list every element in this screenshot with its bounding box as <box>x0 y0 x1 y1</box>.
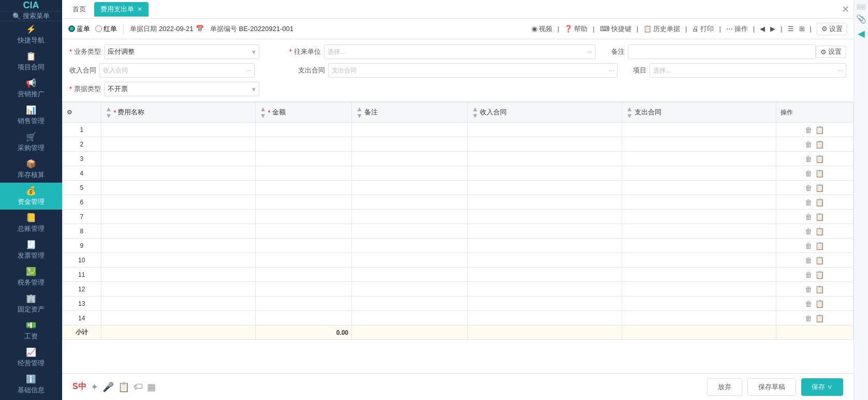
tab-expense[interactable]: 费用支出单 ✕ <box>94 2 149 17</box>
row-10-copy-icon[interactable]: 📋 <box>815 256 824 264</box>
row-4-income[interactable] <box>467 166 622 181</box>
income-contract-input[interactable]: 收入合同 ··· <box>99 63 255 78</box>
row-3-amount[interactable] <box>255 152 351 166</box>
row-12-note[interactable] <box>352 282 468 297</box>
row-6-delete-icon[interactable]: 🗑 <box>805 198 812 206</box>
row-2-amount[interactable] <box>255 137 351 152</box>
row-4-name[interactable] <box>101 166 255 181</box>
tab-home[interactable]: 首页 <box>66 2 92 17</box>
row-11-name[interactable] <box>101 268 255 282</box>
row-4-expense[interactable] <box>622 166 776 181</box>
bottom-icon-clipboard[interactable]: 📋 <box>118 381 129 393</box>
row-1-amount[interactable] <box>255 123 351 137</box>
right-icon-1[interactable]: | <box>857 4 866 10</box>
row-1-note[interactable] <box>352 123 468 137</box>
sidebar-item-marketing[interactable]: 📢营销推广 <box>0 75 62 102</box>
row-6-amount[interactable] <box>255 195 351 210</box>
row-8-expense[interactable] <box>622 224 776 239</box>
row-12-copy-icon[interactable]: 📋 <box>815 285 824 293</box>
row-6-income[interactable] <box>467 195 622 210</box>
sidebar-item-system[interactable]: ⚙️系统管理 <box>0 398 62 400</box>
row-8-amount[interactable] <box>255 224 351 239</box>
row-9-copy-icon[interactable]: 📋 <box>815 242 824 250</box>
expense-dots[interactable]: ··· <box>609 67 614 74</box>
next-action[interactable]: ▶ <box>770 25 775 33</box>
bottom-icon-diamond[interactable]: ✦ <box>91 381 98 393</box>
row-13-name[interactable] <box>101 297 255 311</box>
row-10-expense[interactable] <box>622 253 776 268</box>
row-4-copy-icon[interactable]: 📋 <box>815 169 824 177</box>
row-4-note[interactable] <box>352 166 468 181</box>
row-3-note[interactable] <box>352 152 468 166</box>
row-5-income[interactable] <box>467 181 622 195</box>
row-12-income[interactable] <box>467 282 622 297</box>
row-2-income[interactable] <box>467 137 622 152</box>
row-1-name[interactable] <box>101 123 255 137</box>
print-action[interactable]: 🖨 打印 <box>692 24 714 34</box>
row-6-note[interactable] <box>352 195 468 210</box>
row-2-copy-icon[interactable]: 📋 <box>815 140 824 149</box>
partner-input[interactable]: 选择... ··· <box>324 45 596 59</box>
row-11-amount[interactable] <box>255 268 351 282</box>
row-9-name[interactable] <box>101 239 255 253</box>
sidebar-item-basic-info[interactable]: ℹ️基础信息 <box>0 371 62 398</box>
row-9-note[interactable] <box>352 239 468 253</box>
sidebar-item-business[interactable]: 📈经营管理 <box>0 344 62 371</box>
row-10-amount[interactable] <box>255 253 351 268</box>
row-7-copy-icon[interactable]: 📋 <box>815 213 824 221</box>
sidebar-item-project-contract[interactable]: 📋项目合同 <box>0 48 62 75</box>
row-8-income[interactable] <box>467 224 622 239</box>
partner-dots[interactable]: ··· <box>587 48 592 55</box>
row-13-amount[interactable] <box>255 297 351 311</box>
sidebar-item-quick-nav[interactable]: ⚡快捷导航 <box>0 21 62 48</box>
row-2-note[interactable] <box>352 137 468 152</box>
row-6-expense[interactable] <box>622 195 776 210</box>
row-2-expense[interactable] <box>622 137 776 152</box>
row-11-copy-icon[interactable]: 📋 <box>815 271 824 279</box>
row-4-amount[interactable] <box>255 166 351 181</box>
row-7-expense[interactable] <box>622 210 776 224</box>
row-14-name[interactable] <box>101 311 255 325</box>
row-5-amount[interactable] <box>255 181 351 195</box>
bottom-icon-tag[interactable]: 🏷 <box>134 381 143 392</box>
th-name[interactable]: ▲▼ * 费用名称 <box>101 102 255 123</box>
row-2-name[interactable] <box>101 137 255 152</box>
row-11-income[interactable] <box>467 268 622 282</box>
th-config[interactable]: ⚙ <box>63 102 101 123</box>
row-8-copy-icon[interactable]: 📋 <box>815 227 824 235</box>
row-13-income[interactable] <box>467 297 622 311</box>
expense-contract-input[interactable]: 支出合同 ··· <box>328 63 618 78</box>
row-9-amount[interactable] <box>255 239 351 253</box>
row-1-delete-icon[interactable]: 🗑 <box>805 126 812 134</box>
bottom-icon-mic[interactable]: 🎤 <box>102 381 114 393</box>
discard-button[interactable]: 放弃 <box>707 378 742 396</box>
project-dots[interactable]: ··· <box>837 67 843 74</box>
row-7-income[interactable] <box>467 210 622 224</box>
row-11-delete-icon[interactable]: 🗑 <box>805 271 812 279</box>
video-action[interactable]: ◉ 视频 <box>532 24 552 34</box>
row-7-amount[interactable] <box>255 210 351 224</box>
row-3-expense[interactable] <box>622 152 776 166</box>
row-13-note[interactable] <box>352 297 468 311</box>
row-4-delete-icon[interactable]: 🗑 <box>805 169 812 177</box>
income-dots[interactable]: ··· <box>246 67 251 74</box>
tab-close-expense[interactable]: ✕ <box>137 6 142 13</box>
row-6-copy-icon[interactable]: 📋 <box>815 198 824 206</box>
row-5-copy-icon[interactable]: 📋 <box>815 184 824 192</box>
sidebar-item-purchase[interactable]: 🛒采购管理 <box>0 129 62 156</box>
row-11-note[interactable] <box>352 268 468 282</box>
set-button[interactable]: ⚙ 设置 <box>817 23 847 35</box>
sidebar-item-fixed-assets[interactable]: 🏢固定资产 <box>0 290 62 317</box>
sidebar-item-tax[interactable]: 💹税务管理 <box>0 263 62 290</box>
row-10-name[interactable] <box>101 253 255 268</box>
row-5-delete-icon[interactable]: 🗑 <box>805 184 812 192</box>
project-input[interactable]: 选择... ··· <box>650 63 846 78</box>
row-10-income[interactable] <box>467 253 622 268</box>
row-9-delete-icon[interactable]: 🗑 <box>805 242 812 250</box>
row-6-name[interactable] <box>101 195 255 210</box>
row-7-name[interactable] <box>101 210 255 224</box>
row-10-note[interactable] <box>352 253 468 268</box>
sidebar-item-sales[interactable]: 📊销售管理 <box>0 102 62 129</box>
th-income[interactable]: ▲▼ 收入合同 <box>467 102 622 123</box>
save-button[interactable]: 保存 ∨ <box>801 378 843 396</box>
